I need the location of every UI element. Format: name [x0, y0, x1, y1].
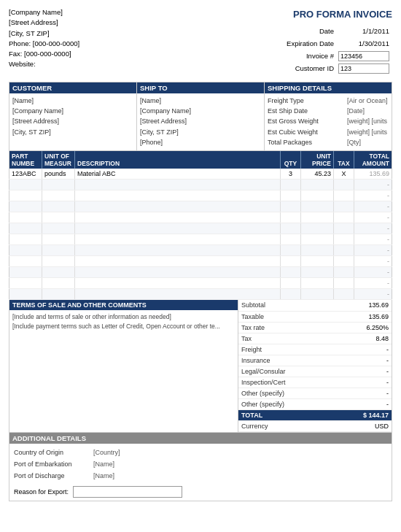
- invoice-num-input[interactable]: [338, 51, 389, 61]
- taxrate-value: 6.250%: [332, 322, 392, 333]
- terms-body: [Include and terms of sale or other info…: [9, 310, 238, 334]
- invoice-details-table: Date 1/1/2011 Expiration Date 1/30/2011 …: [284, 24, 392, 76]
- expiry-label: Expiration Date: [285, 38, 335, 49]
- table-row: -: [9, 245, 392, 256]
- col-total-header: TOTALAMOUNT: [354, 151, 392, 169]
- col-qty-header: QTY: [281, 151, 301, 169]
- invoice-title: PRO FORMA INVOICE: [284, 7, 392, 23]
- invoice-num-label: Invoice #: [285, 50, 335, 61]
- table-row: -: [9, 180, 392, 190]
- taxrate-label: Tax rate: [238, 322, 332, 333]
- table-row: -: [9, 190, 392, 201]
- other1-value: -: [332, 388, 392, 398]
- customer-id-input[interactable]: [338, 63, 389, 74]
- table-row: -: [9, 289, 392, 300]
- legal-label: Legal/Consular: [238, 366, 332, 377]
- col-price-header: UNITPRICE: [301, 151, 334, 169]
- ship-to-section: SHIP TO [Name] [Company Name] [Street Ad…: [137, 82, 265, 150]
- other2-label: Other (specify): [238, 398, 332, 409]
- port-discharge-value: [Name]: [93, 470, 114, 482]
- customer-body: [Name] [Company Name] [Street Address] […: [9, 93, 136, 140]
- total-value: $ 144.17: [332, 409, 392, 420]
- ship-to-header: SHIP TO: [137, 82, 264, 93]
- table-row: -: [9, 234, 392, 245]
- packages-value: [Qty]: [347, 137, 361, 147]
- tax-value: 8.48: [332, 333, 392, 344]
- customer-header: CUSTOMER: [9, 82, 136, 93]
- export-input[interactable]: [73, 486, 182, 498]
- freight-type-value: [Air or Ocean]: [347, 96, 388, 106]
- currency-label: Currency: [238, 420, 332, 431]
- page-header: [Company Name] [Street Address] [City, S…: [9, 7, 392, 76]
- freight-type-label: Freight Type: [268, 96, 344, 106]
- cubic-weight-label: Est Cubic Weight: [268, 127, 344, 137]
- subtotal-label: Subtotal: [238, 300, 332, 311]
- customer-company: [Company Name]: [12, 106, 133, 116]
- total-label: TOTAL: [238, 409, 332, 420]
- port-discharge-row: Port of Discharge [Name]: [14, 470, 387, 482]
- col-tax-header: TAX: [334, 151, 354, 169]
- gross-weight-label: Est Gross Weight: [268, 116, 344, 126]
- legal-value: -: [332, 366, 392, 377]
- sender-info: [Company Name] [Street Address] [City, S…: [9, 7, 79, 76]
- cubic-weight-value: [weight] [units: [347, 127, 387, 137]
- inspection-value: -: [332, 377, 392, 388]
- currency-value: USD: [332, 420, 392, 431]
- terms-line2: [Include payment terms such as Letter of…: [12, 322, 235, 331]
- total-dollar: $: [363, 412, 367, 419]
- totals-table: Subtotal 135.69 Taxable 135.69 Tax rate …: [238, 300, 392, 432]
- freight-label: Freight: [238, 344, 332, 355]
- shipping-header: SHIPPING DETAILS: [265, 82, 392, 93]
- customer-street: [Street Address]: [12, 116, 133, 126]
- insurance-value: -: [332, 355, 392, 366]
- table-row: -: [9, 278, 392, 289]
- date-label: Date: [285, 26, 335, 36]
- origin-value: [Country]: [93, 447, 120, 458]
- sender-fax: Fax: [000-000-0000]: [9, 49, 79, 59]
- info-row: CUSTOMER [Name] [Company Name] [Street A…: [9, 82, 392, 151]
- additional-section: ADDITIONAL DETAILS Country of Origin [Co…: [9, 433, 392, 502]
- taxable-label: Taxable: [238, 311, 332, 322]
- sender-company: [Company Name]: [9, 7, 79, 18]
- ship-to-company: [Company Name]: [140, 106, 261, 116]
- col-part-header: PARTNUMBE: [9, 151, 42, 169]
- ship-date-label: Est Ship Date: [268, 106, 344, 116]
- inspection-label: Inspection/Cert: [238, 377, 332, 388]
- line-items-table: PARTNUMBE UNIT OFMEASUR DESCRIPTION QTY …: [9, 151, 392, 301]
- export-row: Reason for Export:: [14, 486, 387, 498]
- terms-line1: [Include and terms of sale or other info…: [12, 312, 235, 322]
- invoice-meta: PRO FORMA INVOICE Date 1/1/2011 Expirati…: [284, 7, 392, 76]
- table-row: -: [9, 223, 392, 234]
- terms-section: TERMS OF SALE AND OTHER COMMENTS [Includ…: [9, 300, 238, 432]
- other2-value: -: [332, 398, 392, 409]
- sender-phone: Phone: [000-000-0000]: [9, 39, 79, 49]
- tax-label: Tax: [238, 333, 332, 344]
- date-value: 1/1/2011: [337, 26, 391, 36]
- port-embark-value: [Name]: [93, 458, 114, 470]
- origin-row: Country of Origin [Country]: [14, 447, 387, 458]
- shipping-section: SHIPPING DETAILS Freight Type [Air or Oc…: [265, 82, 392, 150]
- expiry-value: 1/30/2011: [337, 38, 391, 49]
- table-row: -: [9, 212, 392, 223]
- ship-to-body: [Name] [Company Name] [Street Address] […: [137, 93, 264, 150]
- sender-website: Website:: [9, 59, 79, 69]
- ship-date-value: [Date]: [347, 106, 365, 116]
- customer-section: CUSTOMER [Name] [Company Name] [Street A…: [9, 82, 137, 150]
- col-desc-header: DESCRIPTION: [75, 151, 281, 169]
- port-discharge-label: Port of Discharge: [14, 470, 90, 482]
- customer-name: [Name]: [12, 96, 133, 106]
- additional-header: ADDITIONAL DETAILS: [9, 433, 392, 444]
- ship-to-street: [Street Address]: [140, 116, 261, 126]
- sender-street: [Street Address]: [9, 18, 79, 28]
- ship-to-phone: [Phone]: [140, 137, 261, 147]
- terms-header: TERMS OF SALE AND OTHER COMMENTS: [9, 300, 238, 310]
- col-unit-header: UNIT OFMEASUR: [42, 151, 75, 169]
- total-amount: 144.17: [368, 412, 389, 419]
- totals-section: Subtotal 135.69 Taxable 135.69 Tax rate …: [238, 300, 392, 432]
- table-row: -: [9, 267, 392, 278]
- bottom-area: TERMS OF SALE AND OTHER COMMENTS [Includ…: [9, 300, 392, 433]
- ship-to-city: [City, ST ZIP]: [140, 127, 261, 137]
- freight-value: -: [332, 344, 392, 355]
- taxable-value: 135.69: [332, 311, 392, 322]
- other1-label: Other (specify): [238, 388, 332, 398]
